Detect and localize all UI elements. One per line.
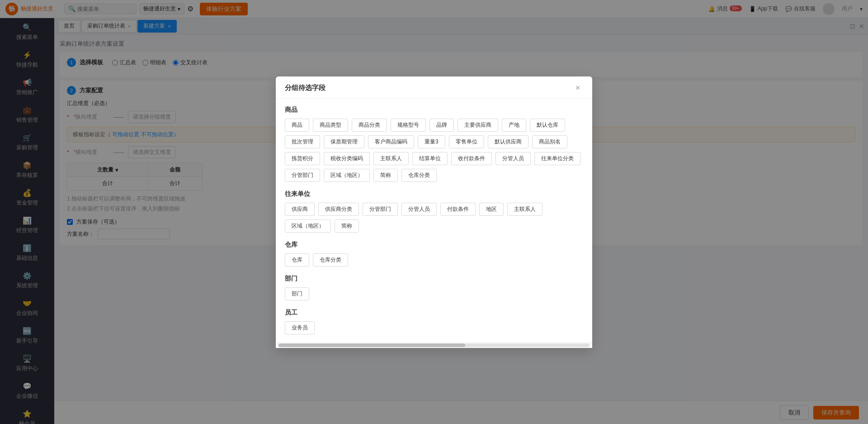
- field-chips: 供应商供应商分类分管部门分管人员付款条件地区主联系人区域（地区）简称: [285, 203, 583, 233]
- hscroll-thumb: [278, 343, 465, 347]
- field-chip[interactable]: 部门: [285, 287, 309, 300]
- field-chip[interactable]: 默认仓库: [530, 119, 565, 132]
- field-chip[interactable]: 零售单位: [449, 135, 484, 148]
- field-group-title: 商品: [285, 106, 583, 114]
- field-chip[interactable]: 付款条件: [440, 203, 476, 216]
- field-chips: 部门: [285, 287, 583, 300]
- field-group-title: 往来单位: [285, 190, 583, 198]
- field-chip[interactable]: 主要供应商: [458, 119, 498, 132]
- field-group-仓库: 仓库仓库仓库分类: [285, 241, 583, 267]
- field-chip[interactable]: 重量3: [418, 135, 445, 148]
- field-chip[interactable]: 区域（地区）: [324, 169, 370, 182]
- field-chip[interactable]: 收付款条件: [451, 152, 492, 165]
- field-chip[interactable]: 分管人员: [401, 203, 437, 216]
- field-chip[interactable]: 区域（地区）: [285, 219, 331, 233]
- field-chips: 业务员: [285, 321, 583, 334]
- field-chip[interactable]: 批次管理: [285, 135, 320, 148]
- field-chip[interactable]: 供应商: [285, 203, 315, 216]
- modal-header: 分组待选字段 ×: [276, 76, 592, 99]
- modal-body: 商品商品商品类型商品分类规格型号品牌主要供应商产地默认仓库批次管理保质期管理客户…: [276, 99, 592, 343]
- field-chip[interactable]: 分管部门: [285, 169, 320, 182]
- field-chip[interactable]: 主联系人: [373, 152, 409, 165]
- modal-dialog: 分组待选字段 × 商品商品商品类型商品分类规格型号品牌主要供应商产地默认仓库批次…: [276, 76, 592, 348]
- field-group-员工: 员工业务员: [285, 309, 583, 334]
- field-chip[interactable]: 地区: [479, 203, 504, 216]
- field-chip[interactable]: 分管人员: [495, 152, 531, 165]
- field-chip[interactable]: 税收分类编码: [324, 152, 370, 165]
- modal-overlay[interactable]: 分组待选字段 × 商品商品商品类型商品分类规格型号品牌主要供应商产地默认仓库批次…: [0, 0, 868, 424]
- field-group-title: 员工: [285, 309, 583, 317]
- field-chip[interactable]: 商品别名: [532, 135, 567, 148]
- field-chip[interactable]: 规格型号: [391, 119, 426, 132]
- field-chip[interactable]: 仓库分类: [313, 253, 348, 267]
- hscroll-track: [278, 343, 590, 347]
- field-chip[interactable]: 仓库分类: [401, 169, 437, 182]
- field-chip[interactable]: 分管部门: [363, 203, 398, 216]
- field-chip[interactable]: 往来单位分类: [534, 152, 580, 165]
- field-group-title: 仓库: [285, 241, 583, 249]
- field-chip[interactable]: 供应商分类: [318, 203, 359, 216]
- field-group-商品: 商品商品商品类型商品分类规格型号品牌主要供应商产地默认仓库批次管理保质期管理客户…: [285, 106, 583, 182]
- field-chip[interactable]: 业务员: [285, 321, 315, 334]
- field-chip[interactable]: 商品分类: [352, 119, 387, 132]
- field-chip[interactable]: 品牌: [429, 119, 454, 132]
- field-chips: 商品商品类型商品分类规格型号品牌主要供应商产地默认仓库批次管理保质期管理客户商品…: [285, 119, 583, 182]
- modal-horizontal-scrollbar[interactable]: [276, 342, 592, 348]
- field-chip[interactable]: 主联系人: [507, 203, 542, 216]
- field-chip[interactable]: 仓库: [285, 253, 309, 267]
- field-chip[interactable]: 商品: [285, 119, 309, 132]
- field-group-title: 部门: [285, 275, 583, 283]
- field-chip[interactable]: 客户商品编码: [368, 135, 414, 148]
- modal-close-button[interactable]: ×: [572, 83, 583, 94]
- field-chip[interactable]: 保质期管理: [324, 135, 364, 148]
- field-chip[interactable]: 产地: [502, 119, 526, 132]
- field-chip[interactable]: 简称: [335, 219, 359, 233]
- modal-title: 分组待选字段: [285, 84, 326, 92]
- field-group-部门: 部门部门: [285, 275, 583, 300]
- field-chip[interactable]: 默认供应商: [488, 135, 528, 148]
- field-chip[interactable]: 商品类型: [313, 119, 348, 132]
- field-chip[interactable]: 简称: [373, 169, 398, 182]
- field-chip[interactable]: 拣货积分: [285, 152, 320, 165]
- field-group-往来单位: 往来单位供应商供应商分类分管部门分管人员付款条件地区主联系人区域（地区）简称: [285, 190, 583, 233]
- field-chips: 仓库仓库分类: [285, 253, 583, 267]
- field-chip[interactable]: 结算单位: [412, 152, 448, 165]
